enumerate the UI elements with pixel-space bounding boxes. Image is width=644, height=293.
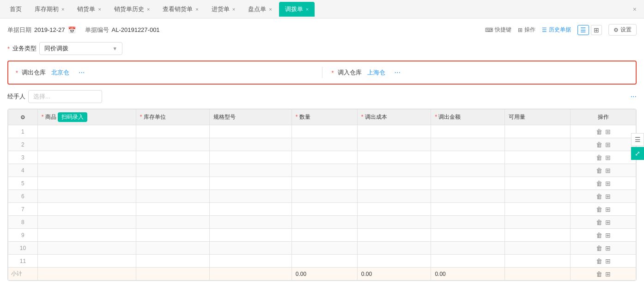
tab-initial-stock-close[interactable]: × [61,6,64,12]
cell-spec[interactable] [210,255,292,268]
tab-sales-history[interactable]: 销货单历史 × [108,2,156,17]
layout2-icon[interactable]: ⊞ [591,25,602,35]
tab-sales-order-close[interactable]: × [98,6,101,12]
cell-cost[interactable] [357,138,431,151]
copy-icon[interactable]: ⊞ [605,193,611,200]
cell-unit[interactable] [136,229,210,242]
col-gear-icon[interactable]: ⚙ [20,114,25,121]
cell-unit[interactable] [136,190,210,203]
cell-spec[interactable] [210,229,292,242]
cell-product[interactable] [37,229,136,242]
cell-cost[interactable] [357,125,431,138]
copy-icon[interactable]: ⊞ [605,244,611,252]
cell-spec[interactable] [210,138,292,151]
cell-amount[interactable] [431,255,505,268]
cell-amount[interactable] [431,190,505,203]
cell-amount[interactable] [431,203,505,216]
delete-icon[interactable]: 🗑 [596,167,602,174]
business-type-select[interactable]: 同价调拨 ▼ [39,42,122,55]
layout1-icon[interactable]: ☰ [577,25,589,35]
delete-icon[interactable]: 🗑 [596,141,602,148]
cell-cost[interactable] [357,216,431,229]
calendar-icon[interactable]: 📅 [68,26,76,34]
copy-icon[interactable]: ⊞ [605,257,611,265]
out-warehouse-more-button[interactable]: ··· [79,68,85,77]
cell-spec[interactable] [210,190,292,203]
cell-qty[interactable] [292,242,357,255]
copy-icon[interactable]: ⊞ [605,206,611,213]
cell-unit[interactable] [136,242,210,255]
cell-amount[interactable] [431,216,505,229]
copy-icon[interactable]: ⊞ [605,167,611,174]
delete-icon[interactable]: 🗑 [596,128,602,135]
cell-spec[interactable] [210,216,292,229]
tab-view-sales[interactable]: 查看销货单 × [157,2,204,17]
delete-icon[interactable]: 🗑 [596,257,602,265]
cell-qty[interactable] [292,229,357,242]
tab-purchase-close[interactable]: × [232,6,235,12]
copy-icon[interactable]: ⊞ [605,232,611,239]
cell-spec[interactable] [210,164,292,177]
copy-icon[interactable]: ⊞ [605,154,611,161]
tab-inventory-close[interactable]: × [269,6,272,12]
settings-button[interactable]: ⚙ 设置 [608,24,637,36]
cell-unit[interactable] [136,151,210,164]
cell-unit[interactable] [136,203,210,216]
person-more-button[interactable]: ··· [631,92,637,101]
cell-amount[interactable] [431,164,505,177]
cell-amount[interactable] [431,151,505,164]
cell-amount[interactable] [431,138,505,151]
cell-qty[interactable] [292,255,357,268]
copy-icon[interactable]: ⊞ [605,219,611,226]
cell-amount[interactable] [431,177,505,190]
shortcut-button[interactable]: ⌨ 快捷键 [485,26,511,34]
cell-product[interactable] [37,177,136,190]
tab-view-sales-close[interactable]: × [195,6,198,12]
cell-qty[interactable] [292,125,357,138]
copy-icon[interactable]: ⊞ [605,180,611,187]
cell-unit[interactable] [136,177,210,190]
cell-unit[interactable] [136,164,210,177]
delete-icon[interactable]: 🗑 [596,154,602,161]
cell-product[interactable] [37,216,136,229]
cell-cost[interactable] [357,203,431,216]
cell-qty[interactable] [292,190,357,203]
cell-amount[interactable] [431,242,505,255]
cell-product[interactable] [37,151,136,164]
operation-button[interactable]: ⊞ 操作 [518,26,535,34]
tab-sales-history-close[interactable]: × [147,6,150,12]
tab-initial-stock[interactable]: 库存期初 × [29,2,70,17]
delete-icon[interactable]: 🗑 [596,206,602,213]
delete-icon[interactable]: 🗑 [596,219,602,226]
cell-unit[interactable] [136,216,210,229]
cell-product[interactable] [37,190,136,203]
subtotal-delete-icon[interactable]: 🗑 [596,270,602,278]
cell-amount[interactable] [431,125,505,138]
tab-transfer-close[interactable]: × [306,6,309,12]
cell-product[interactable] [37,203,136,216]
cell-cost[interactable] [357,242,431,255]
cell-spec[interactable] [210,151,292,164]
cell-qty[interactable] [292,203,357,216]
cell-unit[interactable] [136,255,210,268]
copy-icon[interactable]: ⊞ [605,141,611,148]
cell-unit[interactable] [136,125,210,138]
tab-purchase[interactable]: 进货单 × [206,2,241,17]
cell-product[interactable] [37,138,136,151]
cell-product[interactable] [37,125,136,138]
cell-cost[interactable] [357,151,431,164]
history-button[interactable]: ☰ 历史单据 [542,26,571,34]
cell-cost[interactable] [357,164,431,177]
cell-qty[interactable] [292,138,357,151]
delete-icon[interactable]: 🗑 [596,232,602,239]
delete-icon[interactable]: 🗑 [596,193,602,200]
cell-unit[interactable] [136,138,210,151]
cell-product[interactable] [37,255,136,268]
cell-amount[interactable] [431,229,505,242]
tab-transfer[interactable]: 调拨单 × [279,2,315,17]
cell-spec[interactable] [210,125,292,138]
in-warehouse-more-button[interactable]: ··· [395,68,401,77]
copy-icon[interactable]: ⊞ [605,128,611,135]
close-all-tabs-button[interactable]: × [629,4,640,15]
person-select[interactable]: 选择... [28,90,102,103]
